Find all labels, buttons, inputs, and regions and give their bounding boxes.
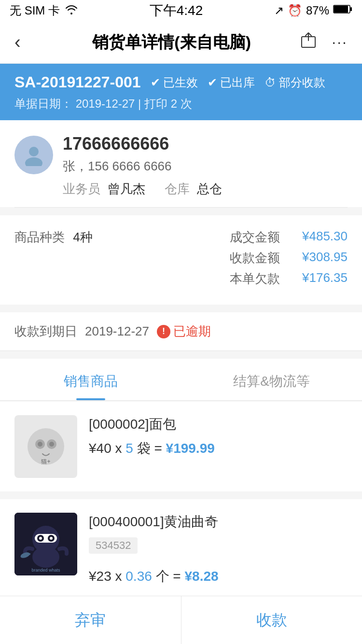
product-image-1: 猫+ [14,415,77,478]
product-qty-1: 5 [125,441,133,456]
svg-point-9 [38,442,42,447]
due-date-label: 收款到期日 [14,323,77,340]
amount-stats: 成交金额 ¥485.30 收款金额 ¥308.95 本单欠款 ¥176.35 [230,229,348,291]
warehouse-value: 总仓 [197,182,222,196]
customer-id: 17666666666 [63,134,348,154]
status-time: 下午4:42 [150,1,203,20]
date-label: 单据日期： [14,97,72,110]
status-badge-3: ⏱ 部分收款 [265,75,325,90]
customer-name-phone: 张，156 6666 6666 [63,158,348,175]
tab-settlement-logistics[interactable]: 结算&物流等 [181,359,362,400]
overdue-dot-icon: ! [157,325,170,338]
cancel-review-button[interactable]: 弃审 [0,596,181,644]
battery-text: 87% [306,4,329,17]
product-total-1: ¥199.99 [166,441,215,456]
sales-person: 曾凡杰 [108,182,145,196]
status-bar: 无 SIM 卡 下午4:42 ↗ ⏰ 87% [0,0,362,21]
received-label: 收款金额 [230,250,280,266]
page-title: 销货单详情(来自电脑) [43,31,300,54]
more-icon[interactable]: ··· [332,33,348,51]
nav-right-icons: ··· [300,32,348,53]
product-types: 商品种类 4种 [14,229,93,246]
print-info: | 打印 2 次 [138,97,192,110]
svg-point-17 [39,537,42,540]
debt-amount: ¥176.35 [290,270,348,287]
order-date: 2019-12-27 [76,97,135,110]
deal-amount-row: 成交金额 ¥485.30 [230,229,348,246]
product-image-2: branded whats [14,513,77,575]
type-count: 4种 [73,230,92,244]
product-item: branded whats [000400001]黄油曲奇 534532 ¥23… [0,499,362,599]
due-date-section: 收款到期日 2019-12-27 ! 已逾期 [0,312,362,351]
sales-info: 业务员 曾凡杰 [63,181,145,197]
alarm-icon: ⏰ [288,4,302,17]
nav-bar: ‹ 销货单详情(来自电脑) ··· [0,21,362,64]
product-price-1: ¥40 x 5 袋 = ¥199.99 [89,439,348,458]
battery-icon [333,4,352,17]
clock-icon: ⏱ [265,76,276,89]
avatar [14,136,53,174]
status-right: ↗ ⏰ 87% [274,4,352,17]
wifi-icon [65,4,78,17]
collect-payment-button[interactable]: 收款 [181,596,362,644]
product-item: 猫+ [0000002]面包 ¥40 x 5 袋 = ¥199.99 [0,402,362,491]
sales-label: 业务员 [63,182,100,196]
received-amount: ¥308.95 [290,250,348,266]
tab-bar: 销售商品 结算&物流等 [0,359,362,401]
svg-point-5 [25,157,42,166]
deal-amount: ¥485.30 [290,229,348,246]
product-name-2: [000400001]黄油曲奇 [89,513,348,531]
action-bar: 弃审 收款 [0,596,362,644]
product-total-2: ¥8.28 [184,569,218,584]
overdue-text: 已逾期 [173,323,211,340]
product-qty-2: 0.36 [125,569,152,584]
svg-point-10 [49,442,54,447]
customer-meta: 业务员 曾凡杰 仓库 总仓 [63,181,348,197]
gps-icon: ↗ [274,4,284,17]
order-id: SA-20191227-001 [14,73,141,91]
received-amount-row: 收款金额 ¥308.95 [230,250,348,266]
status-left: 无 SIM 卡 [10,3,78,18]
divider-1 [14,207,348,208]
product-price-2: ¥23 x 0.36 个 = ¥8.28 [89,567,348,586]
product-name-1: [0000002]面包 [89,415,348,434]
svg-text:猫+: 猫+ [41,458,50,465]
svg-point-19 [32,546,59,568]
svg-rect-2 [350,7,352,11]
debt-amount-row: 本单欠款 ¥176.35 [230,270,348,287]
customer-section: 17666666666 张，156 6666 6666 业务员 曾凡杰 仓库 总… [0,120,362,207]
warehouse-info: 仓库 总仓 [165,181,222,197]
carrier-text: 无 SIM 卡 [10,3,60,18]
product-details-2: [000400001]黄油曲奇 534532 ¥23 x 0.36 个 = ¥8… [89,513,348,586]
debt-label: 本单欠款 [230,270,280,287]
product-details-1: [0000002]面包 ¥40 x 5 袋 = ¥199.99 [89,415,348,458]
share-icon[interactable] [300,32,317,53]
svg-point-18 [50,537,53,540]
back-button[interactable]: ‹ [14,32,43,53]
customer-info: 17666666666 张，156 6666 6666 业务员 曾凡杰 仓库 总… [63,134,348,197]
type-label: 商品种类 [14,230,65,244]
warehouse-label: 仓库 [165,182,190,196]
deal-label: 成交金额 [230,229,280,246]
tab-sales-products[interactable]: 销售商品 [0,359,181,400]
status-badge-2: ✔ 已出库 [208,75,255,90]
product-sku-2: 534532 [89,537,138,554]
svg-point-4 [29,147,39,156]
stats-section: 商品种类 4种 成交金额 ¥485.30 收款金额 ¥308.95 本单欠款 ¥… [0,215,362,305]
overdue-badge: ! 已逾期 [157,323,211,340]
due-date-value: 2019-12-27 [85,324,149,339]
check-icon-1: ✔ [151,76,160,89]
check-icon-2: ✔ [208,76,217,89]
svg-rect-1 [334,6,348,13]
order-header: SA-20191227-001 ✔ 已生效 ✔ 已出库 ⏱ 部分收款 单据日期：… [0,64,362,120]
svg-text:branded whats: branded whats [31,568,60,573]
status-badge-1: ✔ 已生效 [151,75,198,90]
order-date-info: 单据日期： 2019-12-27 | 打印 2 次 [14,96,348,112]
